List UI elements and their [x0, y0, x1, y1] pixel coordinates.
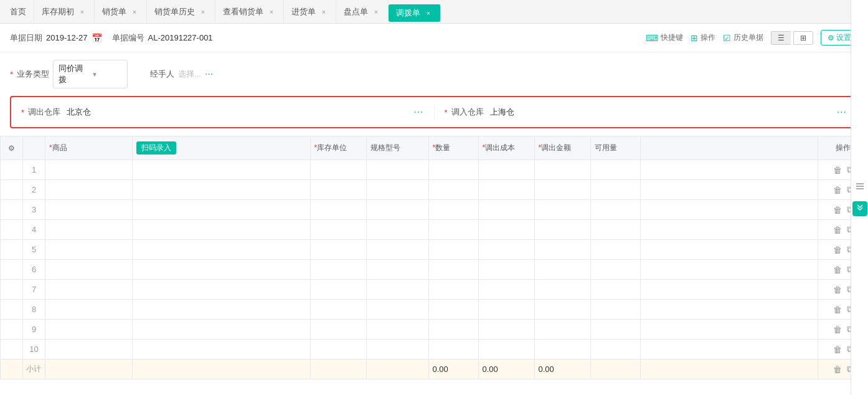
delete-icon[interactable]: 🗑	[833, 325, 842, 335]
gear-icon[interactable]: ⚙	[8, 144, 15, 153]
row-qty[interactable]	[428, 200, 478, 220]
row-qty[interactable]	[428, 180, 478, 200]
row-amount[interactable]	[534, 260, 590, 280]
row-unit[interactable]	[310, 240, 366, 260]
row-spec[interactable]	[366, 180, 428, 200]
row-product[interactable]	[45, 260, 133, 280]
row-cost[interactable]	[478, 180, 534, 200]
row-spec[interactable]	[366, 340, 428, 359]
row-spec[interactable]	[366, 320, 428, 340]
row-unit[interactable]	[310, 260, 366, 280]
tab-transfer-order-close[interactable]: ×	[424, 9, 433, 17]
row-qty[interactable]	[428, 160, 478, 180]
th-gear[interactable]: ⚙	[1, 136, 23, 160]
tab-sales-order[interactable]: 销货单 ×	[95, 0, 147, 24]
row-amount[interactable]	[534, 300, 590, 320]
row-product[interactable]	[45, 160, 133, 180]
operations-btn[interactable]: ⊞ 操作	[691, 32, 715, 43]
row-spec[interactable]	[366, 160, 428, 180]
delete-icon[interactable]: 🗑	[833, 185, 842, 195]
tab-inventory-init[interactable]: 库存期初 ×	[34, 0, 95, 24]
row-unit[interactable]	[310, 280, 366, 300]
row-unit[interactable]	[310, 180, 366, 200]
tab-view-sales-close[interactable]: ×	[267, 7, 276, 16]
row-cost[interactable]	[478, 300, 534, 320]
shortcuts-btn[interactable]: ⌨ 快捷键	[646, 32, 683, 43]
row-product[interactable]	[45, 220, 133, 240]
row-amount[interactable]	[534, 180, 590, 200]
warehouse-out-more-btn[interactable]: ···	[413, 107, 423, 118]
tab-inventory-check[interactable]: 盘点单 ×	[336, 0, 389, 24]
tab-inventory-init-close[interactable]: ×	[78, 7, 87, 16]
calendar-icon[interactable]: 📅	[92, 33, 102, 43]
row-amount[interactable]	[534, 160, 590, 180]
row-product[interactable]	[45, 240, 133, 260]
row-amount[interactable]	[534, 240, 590, 260]
row-spec[interactable]	[366, 260, 428, 280]
row-amount[interactable]	[534, 220, 590, 240]
row-cost[interactable]	[478, 260, 534, 280]
warehouse-in-more-btn[interactable]: ···	[837, 107, 847, 118]
row-unit[interactable]	[310, 220, 366, 240]
tab-home[interactable]: 首页	[5, 0, 34, 24]
delete-icon[interactable]: 🗑	[833, 225, 842, 235]
person-placeholder[interactable]: 选择...	[178, 69, 201, 80]
settings-button2[interactable]: ⊞	[793, 31, 813, 45]
row-amount[interactable]	[534, 320, 590, 340]
tab-purchase-order[interactable]: 进货单 ×	[284, 0, 336, 24]
delete-icon[interactable]: 🗑	[833, 305, 842, 315]
row-qty[interactable]	[428, 240, 478, 260]
row-cost[interactable]	[478, 200, 534, 220]
row-unit[interactable]	[310, 160, 366, 180]
sidebar-list-icon[interactable]	[852, 179, 867, 194]
row-cost[interactable]	[478, 240, 534, 260]
row-unit[interactable]	[310, 340, 366, 359]
settings-button[interactable]: ☰	[771, 31, 791, 45]
row-qty[interactable]	[428, 340, 478, 359]
row-spec[interactable]	[366, 240, 428, 260]
tab-inventory-check-close[interactable]: ×	[372, 7, 380, 16]
row-unit[interactable]	[310, 300, 366, 320]
tab-sales-order-close[interactable]: ×	[130, 7, 139, 16]
tab-purchase-order-close[interactable]: ×	[319, 7, 328, 16]
delete-icon[interactable]: 🗑	[833, 285, 842, 295]
row-cost[interactable]	[478, 220, 534, 240]
person-more-btn[interactable]: ···	[205, 69, 213, 80]
delete-icon[interactable]: 🗑	[833, 364, 842, 374]
row-cost[interactable]	[478, 340, 534, 359]
row-product[interactable]	[45, 180, 133, 200]
row-cost[interactable]	[478, 160, 534, 180]
tab-sales-history-close[interactable]: ×	[199, 7, 207, 16]
delete-icon[interactable]: 🗑	[833, 265, 842, 275]
delete-icon[interactable]: 🗑	[833, 345, 842, 355]
history-btn[interactable]: ☑ 历史单据	[723, 32, 763, 43]
row-cost[interactable]	[478, 320, 534, 340]
row-unit[interactable]	[310, 320, 366, 340]
row-product[interactable]	[45, 200, 133, 220]
row-product[interactable]	[45, 300, 133, 320]
scan-button[interactable]: 扫码录入	[136, 141, 176, 155]
row-product[interactable]	[45, 280, 133, 300]
tab-sales-history[interactable]: 销货单历史 ×	[147, 0, 215, 24]
th-scan[interactable]: 扫码录入	[133, 136, 311, 160]
row-qty[interactable]	[428, 260, 478, 280]
delete-icon[interactable]: 🗑	[833, 165, 842, 175]
row-amount[interactable]	[534, 340, 590, 359]
row-product[interactable]	[45, 320, 133, 340]
biz-type-select[interactable]: 同价调拨 ▼	[53, 60, 128, 88]
row-spec[interactable]	[366, 300, 428, 320]
row-qty[interactable]	[428, 220, 478, 240]
row-qty[interactable]	[428, 320, 478, 340]
sidebar-expand-icon[interactable]	[852, 201, 867, 216]
row-unit[interactable]	[310, 200, 366, 220]
row-spec[interactable]	[366, 280, 428, 300]
row-qty[interactable]	[428, 300, 478, 320]
row-spec[interactable]	[366, 220, 428, 240]
tab-transfer-order[interactable]: 调拨单 ×	[389, 4, 441, 22]
row-amount[interactable]	[534, 280, 590, 300]
delete-icon[interactable]: 🗑	[833, 245, 842, 255]
row-spec[interactable]	[366, 200, 428, 220]
row-qty[interactable]	[428, 280, 478, 300]
row-amount[interactable]	[534, 200, 590, 220]
tab-view-sales[interactable]: 查看销货单 ×	[215, 0, 284, 24]
